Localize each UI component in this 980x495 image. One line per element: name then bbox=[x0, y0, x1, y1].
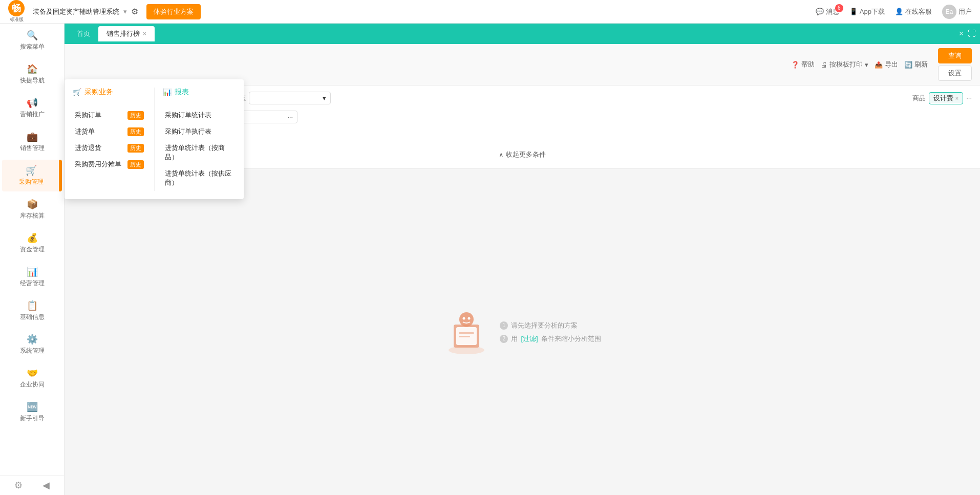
empty-state-text: 1 请先选择要分析的方案 2 用 [过滤] 条件来缩小分析范围 bbox=[500, 321, 601, 343]
user-avatar: Ea bbox=[942, 5, 956, 19]
empty-step1: 1 请先选择要分析的方案 bbox=[500, 321, 578, 330]
goods-receipt-history[interactable]: 历史 bbox=[127, 127, 144, 136]
product-more-dots[interactable]: ··· bbox=[966, 94, 972, 102]
marketing-icon: 📢 bbox=[27, 97, 38, 109]
dropdown-divider bbox=[154, 88, 155, 191]
tab-close-all-icon[interactable]: × bbox=[959, 29, 964, 38]
query-button[interactable]: 查询 bbox=[938, 48, 972, 63]
purchase-expense-history[interactable]: 历史 bbox=[127, 160, 144, 169]
message-item[interactable]: 💬 消息 6 bbox=[816, 7, 839, 16]
tab-home[interactable]: 首页 bbox=[69, 26, 98, 41]
sidebar-item-enterprise[interactable]: 🤝 企业协同 bbox=[2, 362, 62, 394]
sidebar-label-enterprise: 企业协同 bbox=[20, 380, 45, 389]
svg-point-4 bbox=[463, 317, 465, 319]
dropdown-item-goods-return[interactable]: 进货退货 历史 bbox=[73, 140, 146, 156]
footer-collapse-icon[interactable]: ◀ bbox=[42, 480, 50, 491]
dropdown-reports-title: 📊 报表 bbox=[163, 88, 236, 101]
sidebar-item-operations[interactable]: 📊 经营管理 bbox=[2, 261, 62, 293]
dropdown-item-goods-stats-supplier[interactable]: 进货单统计表（按供应商） bbox=[163, 165, 236, 191]
sidebar-label-system: 系统管理 bbox=[20, 347, 45, 355]
dropdown-item-goods-receipt[interactable]: 进货单 历史 bbox=[73, 123, 146, 140]
print-btn[interactable]: 🖨 按模板打印 ▾ bbox=[821, 60, 868, 69]
sidebar-label-basic-info: 基础信息 bbox=[20, 313, 45, 321]
sidebar-item-finance[interactable]: 💰 资金管理 bbox=[2, 227, 62, 259]
tab-close-icon[interactable]: × bbox=[143, 30, 146, 37]
product-label: 商品 bbox=[912, 94, 926, 103]
toolbar-right: ❓ 帮助 🖨 按模板打印 ▾ 📤 导出 🔄 刷新 bbox=[791, 48, 972, 81]
dropdown-item-purchase-expense[interactable]: 采购费用分摊单 历史 bbox=[73, 156, 146, 173]
footer-settings-icon[interactable]: ⚙ bbox=[14, 480, 23, 491]
dropdown-item-goods-stats-product[interactable]: 进货单统计表（按商品） bbox=[163, 140, 236, 165]
print-label: 按模板打印 bbox=[829, 60, 863, 69]
sidebar-label-procurement: 采购管理 bbox=[19, 178, 44, 186]
sidebar: 🔍 搜索菜单 🏠 快捷导航 📢 营销推广 💼 销售管理 🛒 采购管理 📦 bbox=[0, 24, 65, 495]
sidebar-footer: ⚙ ◀ bbox=[0, 475, 64, 495]
sidebar-item-sales[interactable]: 💼 销售管理 bbox=[2, 126, 62, 158]
dropdown-item-purchase-stats[interactable]: 采购订单统计表 bbox=[163, 107, 236, 123]
sidebar-item-system[interactable]: ⚙️ 系统管理 bbox=[2, 329, 62, 360]
app-container: 畅 标准版 装备及固定资产辅助管理系统 ▾ ⚙ 体验行业方案 💬 消息 6 📱 … bbox=[0, 0, 980, 495]
tab-sales-ranking[interactable]: 销售排行榜 × bbox=[98, 26, 155, 41]
collapse-label: 收起更多条件 bbox=[506, 150, 546, 159]
tab-fullscreen-icon[interactable]: ⛶ bbox=[968, 29, 976, 38]
refresh-label: 刷新 bbox=[914, 60, 928, 69]
inventory-icon: 📦 bbox=[27, 199, 38, 210]
goods-receipt-label: 进货单 bbox=[75, 127, 95, 136]
help-icon: ❓ bbox=[791, 61, 799, 69]
message-badge: 6 bbox=[835, 4, 843, 12]
dropdown-item-purchase-exec[interactable]: 采购订单执行表 bbox=[163, 123, 236, 140]
avatar-text: Ea bbox=[946, 8, 953, 15]
message-icon: 💬 bbox=[816, 8, 824, 15]
product-tag-close[interactable]: × bbox=[955, 95, 958, 101]
finance-icon: 💰 bbox=[27, 232, 38, 244]
sidebar-item-inventory[interactable]: 📦 库存核算 bbox=[2, 193, 62, 225]
sidebar-label-sales: 销售管理 bbox=[20, 144, 45, 153]
user-label: 用户 bbox=[958, 7, 972, 16]
sidebar-item-search[interactable]: 🔍 搜索菜单 bbox=[2, 25, 62, 56]
sidebar-item-procurement[interactable]: 🛒 采购管理 bbox=[2, 160, 62, 191]
system-icon: ⚙️ bbox=[27, 334, 38, 345]
logo-area[interactable]: 畅 标准版 bbox=[8, 0, 25, 23]
refresh-icon: 🔄 bbox=[904, 61, 912, 69]
home-icon: 🏠 bbox=[27, 63, 38, 75]
online-service-item[interactable]: 👤 在线客服 bbox=[895, 7, 932, 16]
refresh-btn[interactable]: 🔄 刷新 bbox=[904, 60, 928, 69]
empty-illustration bbox=[443, 309, 489, 355]
industry-btn[interactable]: 体验行业方案 bbox=[146, 4, 201, 19]
dropdown-item-purchase-order[interactable]: 采购订单 历史 bbox=[73, 107, 146, 123]
salesperson-dots[interactable]: ··· bbox=[287, 113, 293, 121]
step2-highlight: [过滤] bbox=[521, 334, 538, 343]
phone-icon: 📱 bbox=[849, 8, 858, 15]
sidebar-item-quick-nav[interactable]: 🏠 快捷导航 bbox=[2, 58, 62, 90]
purchase-order-history[interactable]: 历史 bbox=[127, 111, 144, 120]
svg-point-5 bbox=[468, 317, 471, 319]
help-btn[interactable]: ❓ 帮助 bbox=[791, 60, 815, 69]
search-icon: 🔍 bbox=[27, 30, 38, 41]
voucher-status-select[interactable]: ▾ bbox=[249, 92, 331, 104]
app-download-item[interactable]: 📱 App下载 bbox=[849, 7, 885, 16]
logo-text: 标准版 bbox=[10, 16, 24, 23]
headset-icon: 👤 bbox=[895, 8, 903, 15]
purchase-title-text: 采购业务 bbox=[84, 88, 113, 97]
step2-text-post: 条件来缩小分析范围 bbox=[541, 334, 601, 343]
sidebar-item-basic-info[interactable]: 📋 基础信息 bbox=[2, 295, 62, 327]
goods-stats-product-label: 进货单统计表（按商品） bbox=[165, 143, 234, 162]
sidebar-item-guide[interactable]: 🆕 新手引导 bbox=[2, 396, 62, 428]
system-dropdown-arrow[interactable]: ▾ bbox=[123, 8, 127, 15]
purchase-expense-label: 采购费用分摊单 bbox=[75, 160, 121, 169]
sidebar-label-marketing: 营销推广 bbox=[20, 110, 45, 119]
sidebar-item-marketing[interactable]: 📢 营销推广 bbox=[2, 92, 62, 124]
reports-title-text: 报表 bbox=[175, 88, 189, 97]
sales-icon: 💼 bbox=[27, 131, 38, 142]
sidebar-label-search: 搜索菜单 bbox=[20, 42, 45, 51]
step1-text: 请先选择要分析的方案 bbox=[511, 321, 578, 330]
goods-return-history[interactable]: 历史 bbox=[127, 144, 144, 153]
settings-button[interactable]: 设置 bbox=[938, 66, 972, 81]
step1-num: 1 bbox=[500, 321, 508, 330]
system-settings-icon[interactable]: ⚙ bbox=[131, 7, 138, 16]
user-item[interactable]: Ea 用户 bbox=[942, 5, 972, 19]
app-download-label: App下载 bbox=[860, 7, 885, 16]
voucher-status-arrow: ▾ bbox=[323, 94, 326, 102]
empty-step2: 2 用 [过滤] 条件来缩小分析范围 bbox=[500, 334, 601, 343]
export-btn[interactable]: 📤 导出 bbox=[875, 60, 898, 69]
